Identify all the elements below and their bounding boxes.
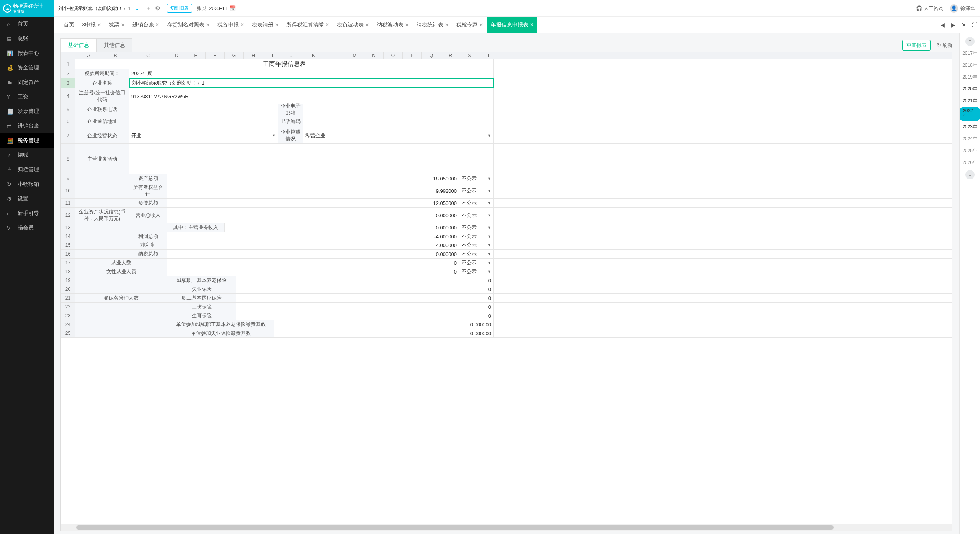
tab-纳税统计表[interactable]: 纳税统计表✕ <box>413 17 452 33</box>
sidebar-item-inout[interactable]: ⇄进销台账 <box>0 119 54 133</box>
value-cell[interactable]: 0.000000 <box>274 320 494 329</box>
sidebar-item-invoice[interactable]: 🧾发票管理 <box>0 104 54 119</box>
close-icon[interactable]: ✕ <box>530 22 534 28</box>
tab-税检专家[interactable]: 税检专家✕ <box>452 17 487 33</box>
tab-next-icon[interactable]: ▶ <box>948 20 959 30</box>
value-cell[interactable]: 0 <box>236 285 494 293</box>
sidebar-item-guide[interactable]: ▭新手引导 <box>0 206 54 221</box>
col-header-D[interactable]: D <box>167 52 186 59</box>
col-header-T[interactable]: T <box>479 52 498 59</box>
col-header-G[interactable]: G <box>225 52 244 59</box>
tab-首页[interactable]: 首页 <box>60 17 78 33</box>
sidebar-item-salary[interactable]: ¥工资 <box>0 90 54 104</box>
close-icon[interactable]: ✕ <box>121 22 125 28</box>
sidebar-item-ledger[interactable]: ▤总账 <box>0 31 54 46</box>
col-header-O[interactable]: O <box>384 52 403 59</box>
close-icon[interactable]: ✕ <box>405 22 409 28</box>
dropdown-cell[interactable]: 不公示 <box>459 199 494 207</box>
year-2022年[interactable]: 2022年 <box>960 107 980 121</box>
row-header[interactable]: 10 <box>61 183 75 198</box>
tab-存货别名对照表[interactable]: 存货别名对照表✕ <box>163 17 214 33</box>
col-header-Q[interactable]: Q <box>422 52 441 59</box>
col-header-B[interactable]: B <box>102 52 129 59</box>
value-cell[interactable]: 0 <box>236 294 494 302</box>
mini-tab-基础信息[interactable]: 基础信息 <box>60 38 96 52</box>
row-header[interactable]: 24 <box>61 320 75 329</box>
year-down-icon[interactable]: ⌄ <box>965 170 975 179</box>
close-icon[interactable]: ✕ <box>240 22 244 28</box>
value-cell[interactable]: 12.050000 <box>167 199 459 207</box>
row-header[interactable]: 19 <box>61 276 75 285</box>
row-header[interactable]: 12 <box>61 208 75 223</box>
row-header[interactable]: 4 <box>61 88 75 104</box>
value-cell[interactable]: 0.000000 <box>167 208 459 223</box>
value-cell[interactable]: 0 <box>236 276 494 285</box>
col-header-I[interactable]: I <box>263 52 282 59</box>
row-header[interactable]: 17 <box>61 259 75 267</box>
tab-3申报[interactable]: 3申报✕ <box>78 17 105 33</box>
user-menu[interactable]: 👤 徐泽华 <box>950 4 975 13</box>
row-header[interactable]: 20 <box>61 285 75 293</box>
tab-所得税汇算清缴[interactable]: 所得税汇算清缴✕ <box>283 17 333 33</box>
row-header[interactable]: 21 <box>61 294 75 302</box>
row-header[interactable]: 6 <box>61 115 75 128</box>
old-version-button[interactable]: 切到旧版 <box>167 4 192 13</box>
row-header[interactable]: 15 <box>61 241 75 249</box>
value-cell[interactable]: 0.000000 <box>274 329 494 337</box>
row-header[interactable]: 3 <box>61 78 75 88</box>
mini-tab-其他信息[interactable]: 其他信息 <box>96 38 132 52</box>
year-2021年[interactable]: 2021年 <box>962 95 977 107</box>
close-icon[interactable]: ✕ <box>155 22 159 28</box>
row-header[interactable]: 11 <box>61 199 75 207</box>
value-cell[interactable] <box>129 144 494 174</box>
row-header[interactable]: 25 <box>61 329 75 337</box>
gear-icon[interactable]: ⚙ <box>153 5 162 12</box>
help-link[interactable]: 🎧 人工咨询 <box>916 5 944 12</box>
value-cell[interactable]: 0 <box>236 311 494 320</box>
col-header-M[interactable]: M <box>345 52 364 59</box>
value-cell[interactable]: 2022年度 <box>129 69 494 78</box>
row-header[interactable]: 5 <box>61 104 75 115</box>
row-header[interactable]: 9 <box>61 174 75 183</box>
value-cell[interactable]: -4.000000 <box>167 241 459 249</box>
close-icon[interactable]: ✕ <box>275 22 279 28</box>
value-cell[interactable]: 0.000000 <box>225 223 459 232</box>
value-cell[interactable] <box>303 104 494 115</box>
sidebar-item-fund[interactable]: 💰资金管理 <box>0 61 54 75</box>
dropdown-cell[interactable]: 不公示 <box>459 241 494 249</box>
dropdown-cell[interactable]: 不公示 <box>459 267 494 276</box>
row-header[interactable]: 2 <box>61 69 75 78</box>
dropdown-cell[interactable]: 不公示 <box>459 232 494 241</box>
dropdown-cell[interactable]: 私营企业 <box>303 128 494 143</box>
tab-纳税波动表[interactable]: 纳税波动表✕ <box>373 17 413 33</box>
dropdown-cell[interactable]: 不公示 <box>459 208 494 223</box>
company-name-cell[interactable]: 刘小艳演示账套（勿删勿动！）1 <box>129 78 494 88</box>
value-cell[interactable]: -4.000000 <box>167 232 459 241</box>
sidebar-item-expense[interactable]: ↻小畅报销 <box>0 177 54 192</box>
col-header-E[interactable]: E <box>186 52 206 59</box>
row-header[interactable]: 18 <box>61 267 75 276</box>
tab-税负波动表[interactable]: 税负波动表✕ <box>333 17 373 33</box>
dropdown-cell[interactable]: 开业 <box>129 128 278 143</box>
value-cell[interactable] <box>303 115 494 128</box>
tab-发票[interactable]: 发票✕ <box>105 17 129 33</box>
sidebar-item-archive[interactable]: 🗄归档管理 <box>0 162 54 177</box>
row-header[interactable]: 1 <box>61 59 75 69</box>
tab-年报信息申报表[interactable]: 年报信息申报表✕ <box>487 17 537 33</box>
row-header[interactable]: 22 <box>61 303 75 311</box>
col-header-S[interactable]: S <box>460 52 479 59</box>
row-header[interactable]: 14 <box>61 232 75 241</box>
year-2020年[interactable]: 2020年 <box>962 83 977 95</box>
tab-税务申报[interactable]: 税务申报✕ <box>214 17 248 33</box>
col-header-C[interactable]: C <box>129 52 167 59</box>
sidebar-item-asset[interactable]: 🖿固定资产 <box>0 75 54 90</box>
sidebar-item-report[interactable]: 📊报表中心 <box>0 46 54 61</box>
value-cell[interactable] <box>129 104 278 115</box>
close-icon[interactable]: ✕ <box>479 22 483 28</box>
close-icon[interactable]: ✕ <box>206 22 210 28</box>
tab-进销台账[interactable]: 进销台账✕ <box>129 17 163 33</box>
col-header-F[interactable]: F <box>206 52 225 59</box>
refresh-button[interactable]: ↻ 刷新 <box>937 42 952 49</box>
col-header-L[interactable]: L <box>326 52 345 59</box>
value-cell[interactable]: 9.992000 <box>167 183 459 198</box>
